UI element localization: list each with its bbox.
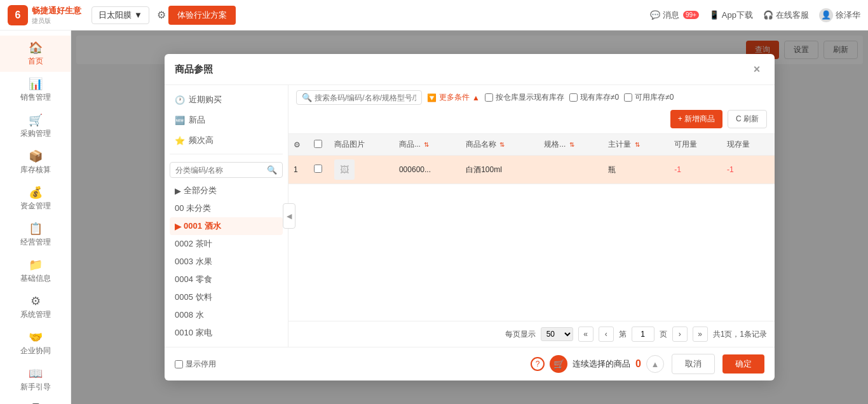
- show-disabled-checkbox[interactable]: [175, 360, 183, 368]
- sidebar-item-label: 企业协同: [20, 346, 51, 356]
- search-icon[interactable]: 🔍: [267, 165, 277, 175]
- refresh-button[interactable]: C 刷新: [728, 110, 767, 128]
- sidebar-item-sales[interactable]: 📊 销售管理: [0, 72, 71, 108]
- modal-toolbar: 🔍 🔽 更多条件 ▲ 按仓库显示现有库存: [288, 85, 775, 134]
- col-settings[interactable]: ⚙: [288, 134, 309, 156]
- filter-icon: 🔽: [427, 93, 437, 102]
- modal-tab-frequent[interactable]: ⭐ 频次高: [170, 131, 283, 150]
- total-label: 共1页，1条记录: [713, 329, 767, 340]
- nav-dropdown[interactable]: 日太阳膜 ▼: [92, 6, 149, 24]
- nav-message[interactable]: 💬 消息 99+: [650, 10, 699, 21]
- confirm-button[interactable]: 确定: [722, 354, 764, 374]
- cell-unit: 瓶: [603, 156, 669, 184]
- image-placeholder-icon: 🖼: [340, 165, 349, 175]
- tree-arrow-active: ▶: [175, 222, 181, 231]
- sidebar-item-purchase[interactable]: 🛒 采购管理: [0, 108, 71, 144]
- help-icon[interactable]: ?: [531, 357, 545, 371]
- tree-item-tea[interactable]: 0002 茶叶: [170, 235, 283, 253]
- table-settings-icon[interactable]: ⚙: [294, 140, 301, 149]
- modal-close-button[interactable]: ×: [749, 62, 764, 77]
- sidebar-item-home[interactable]: 🏠 首页: [0, 36, 71, 72]
- first-page-btn[interactable]: «: [578, 327, 593, 342]
- tree-item-all[interactable]: ▶ 全部分类: [170, 182, 283, 199]
- col-name[interactable]: 商品名称 ⇅: [461, 134, 539, 156]
- page-number-input[interactable]: [632, 327, 654, 342]
- tree-item-appliance[interactable]: 0010 家电: [170, 324, 283, 342]
- cell-check[interactable]: [309, 156, 329, 184]
- tree-item-fruit[interactable]: 0003 水果: [170, 253, 283, 271]
- cell-name: 白酒100ml: [461, 156, 539, 184]
- modal-title: 商品参照: [175, 64, 213, 76]
- available-checkbox-label[interactable]: 可用库存≠0: [624, 92, 674, 103]
- modal-right-panel: 🔍 🔽 更多条件 ▲ 按仓库显示现有库存: [288, 85, 775, 347]
- nav-app-download[interactable]: 📱 App下载: [709, 10, 753, 21]
- tree-item-uncategorized[interactable]: 00 未分类: [170, 199, 283, 217]
- product-search-input[interactable]: [315, 93, 416, 102]
- select-all-checkbox[interactable]: [314, 140, 322, 148]
- table-row[interactable]: 1 🖼: [288, 156, 775, 184]
- available-checkbox[interactable]: [624, 93, 632, 102]
- col-spec[interactable]: 规格... ⇅: [539, 134, 603, 156]
- sidebar-item-label: 库存核算: [20, 165, 51, 175]
- page-size-label: 每页显示: [505, 329, 536, 340]
- product-search-wrap[interactable]: 🔍: [296, 90, 422, 105]
- left-sidebar: 🏠 首页 📊 销售管理 🛒 采购管理 📦 库存核算 💰 资金管理 📋 经营管理 …: [0, 30, 71, 404]
- modal-tab-recent[interactable]: 🕐 近期购买: [170, 90, 283, 109]
- modal-left-search[interactable]: 🔍: [170, 162, 283, 178]
- new-icon: 🆕: [175, 116, 185, 125]
- cart-icon[interactable]: 🛒: [550, 355, 567, 373]
- nav-right: 💬 消息 99+ 📱 App下载 🎧 在线客服 👤 徐泽华: [650, 8, 860, 22]
- guide-icon: 📖: [29, 367, 43, 380]
- tree-item-beverage[interactable]: 0005 饮料: [170, 288, 283, 306]
- logo-icon: 6: [8, 5, 28, 25]
- col-available: 可用量: [669, 134, 722, 156]
- nav-customer-service[interactable]: 🎧 在线客服: [763, 10, 809, 21]
- sidebar-item-apps[interactable]: 📱 应用中心: [0, 398, 71, 404]
- page-size-select[interactable]: 20 50 100: [541, 327, 573, 341]
- next-page-btn[interactable]: ›: [672, 327, 688, 342]
- warehouse-checkbox-label[interactable]: 按仓库显示现有库存: [485, 92, 564, 103]
- sidebar-item-guide[interactable]: 📖 新手引导: [0, 361, 71, 398]
- message-badge: 99+: [683, 11, 699, 19]
- sidebar-item-inventory[interactable]: 📦 库存核算: [0, 144, 71, 180]
- tree-item-water[interactable]: 0008 水: [170, 306, 283, 324]
- user-avatar: 👤: [819, 8, 833, 22]
- warehouse-checkbox[interactable]: [485, 93, 493, 102]
- col-code[interactable]: 商品... ⇅: [394, 134, 461, 156]
- page-suffix: 页: [660, 329, 667, 340]
- stock-checkbox[interactable]: [569, 93, 578, 102]
- prev-page-btn[interactable]: ‹: [599, 327, 614, 342]
- category-search-input[interactable]: [175, 166, 264, 175]
- stock-checkbox-label[interactable]: 现有库存≠0: [569, 92, 619, 103]
- tree-item-snack[interactable]: 0004 零食: [170, 271, 283, 288]
- add-product-button[interactable]: + 新增商品: [670, 110, 722, 128]
- modal-tab-new[interactable]: 🆕 新品: [170, 111, 283, 130]
- trial-button[interactable]: 体验行业方案: [168, 6, 236, 25]
- gear-icon[interactable]: ⚙: [157, 9, 166, 21]
- content-area: 查询 设置 刷新 商品参照 × 🕐: [71, 30, 868, 404]
- modal-footer: 显示停用 ? 🛒 连续选择的商品 0 ▲ 取消 确定: [165, 347, 775, 380]
- filter-button[interactable]: 🔽 更多条件 ▲: [427, 92, 480, 103]
- sidebar-item-enterprise[interactable]: 🤝 企业协同: [0, 325, 71, 361]
- last-page-btn[interactable]: »: [693, 327, 708, 342]
- collapse-footer-btn[interactable]: ▲: [646, 355, 664, 373]
- product-thumbnail: 🖼: [334, 159, 355, 180]
- cell-stock: -1: [722, 156, 775, 184]
- col-unit[interactable]: 主计量 ⇅: [603, 134, 669, 156]
- sidebar-item-label: 首页: [28, 56, 43, 67]
- show-disabled-label[interactable]: 显示停用: [175, 359, 216, 370]
- tree-item-liquor[interactable]: ▶ 0001 酒水: [170, 217, 283, 235]
- cancel-button[interactable]: 取消: [672, 354, 715, 374]
- sidebar-item-basic-info[interactable]: 📁 基础信息: [0, 253, 71, 289]
- collapse-panel-btn[interactable]: ◀: [283, 203, 295, 229]
- sidebar-item-system[interactable]: ⚙ 系统管理: [0, 289, 71, 325]
- sidebar-item-finance[interactable]: 💰 资金管理: [0, 180, 71, 217]
- sidebar-item-operations[interactable]: 📋 经营管理: [0, 217, 71, 253]
- row-checkbox[interactable]: [314, 165, 322, 173]
- dropdown-label: 日太阳膜: [98, 10, 132, 21]
- top-nav: 6 畅捷通好生意 捷员版 日太阳膜 ▼ ⚙ 体验行业方案 💬 消息 99+ 📱 …: [0, 0, 868, 30]
- main-layout: 🏠 首页 📊 销售管理 🛒 采购管理 📦 库存核算 💰 资金管理 📋 经营管理 …: [0, 30, 868, 404]
- sidebar-item-label: 资金管理: [20, 201, 51, 212]
- nav-user[interactable]: 👤 徐泽华: [819, 8, 860, 22]
- modal-overlay: 商品参照 × 🕐 近期购买 🆕: [71, 30, 868, 404]
